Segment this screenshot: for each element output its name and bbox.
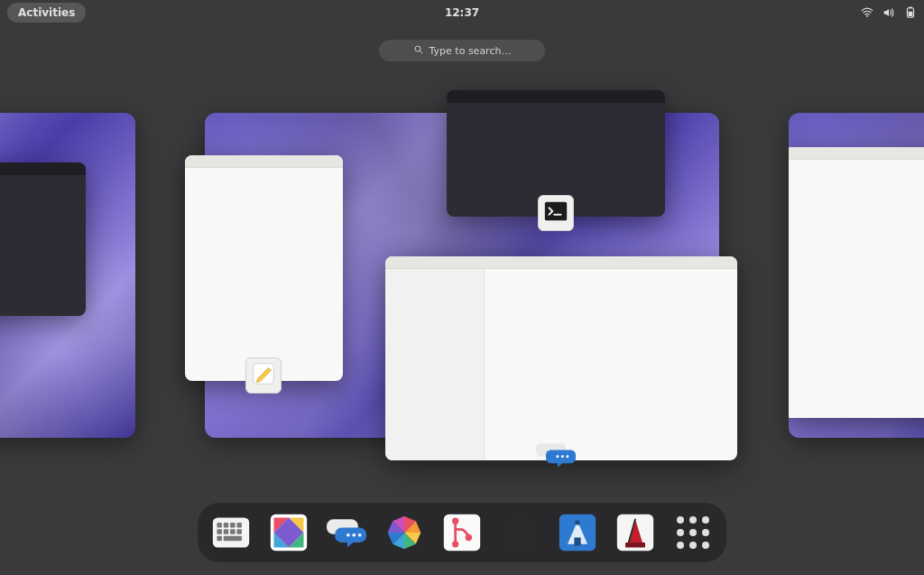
window-preview[interactable] bbox=[0, 162, 86, 316]
svg-point-39 bbox=[452, 518, 458, 524]
dock-app-icon-tool[interactable] bbox=[557, 512, 598, 553]
window-preview[interactable] bbox=[789, 147, 924, 418]
dock-app-tangram[interactable] bbox=[268, 512, 310, 553]
svg-rect-15 bbox=[217, 529, 222, 534]
system-menu[interactable] bbox=[861, 6, 917, 19]
wifi-icon bbox=[861, 6, 873, 19]
svg-point-4 bbox=[415, 46, 420, 51]
svg-rect-12 bbox=[224, 523, 229, 528]
svg-rect-20 bbox=[224, 536, 242, 542]
app-badge-text-editor bbox=[245, 357, 282, 394]
svg-rect-5 bbox=[545, 202, 567, 221]
svg-rect-16 bbox=[224, 529, 229, 534]
svg-point-28 bbox=[352, 533, 356, 537]
svg-rect-18 bbox=[236, 529, 242, 534]
svg-rect-3 bbox=[909, 12, 913, 16]
svg-rect-46 bbox=[625, 543, 645, 548]
search-icon bbox=[413, 44, 424, 58]
search-placeholder: Type to search… bbox=[430, 45, 512, 57]
top-bar: Activities 12:37 bbox=[0, 0, 924, 25]
svg-point-29 bbox=[358, 533, 362, 537]
svg-rect-2 bbox=[909, 7, 912, 9]
svg-rect-38 bbox=[444, 515, 480, 551]
text-editor-icon bbox=[250, 360, 277, 391]
chat-icon bbox=[536, 440, 576, 474]
speaker-icon bbox=[882, 6, 895, 19]
window-titlebar bbox=[385, 256, 737, 269]
dock bbox=[198, 503, 726, 562]
svg-point-7 bbox=[556, 455, 559, 458]
svg-point-43 bbox=[575, 520, 580, 525]
clock-menu[interactable]: 12:37 bbox=[445, 6, 479, 19]
overview-search[interactable]: Type to search… bbox=[379, 40, 545, 61]
window-titlebar bbox=[0, 162, 86, 175]
keyboard-grid-icon bbox=[211, 513, 251, 552]
svg-rect-11 bbox=[217, 523, 222, 528]
svg-point-9 bbox=[566, 455, 568, 458]
terminal-icon bbox=[542, 198, 569, 228]
svg-point-0 bbox=[866, 15, 868, 17]
app-grid-icon bbox=[677, 516, 709, 549]
window-preview-chat[interactable] bbox=[385, 256, 737, 460]
window-preview-text-editor[interactable] bbox=[185, 155, 343, 381]
window-titlebar bbox=[789, 147, 924, 160]
metronome-icon bbox=[615, 513, 655, 552]
svg-rect-17 bbox=[230, 529, 236, 534]
cube-icon bbox=[500, 513, 540, 552]
svg-rect-14 bbox=[236, 523, 242, 528]
window-sidebar bbox=[385, 269, 485, 460]
dock-app-chat[interactable] bbox=[326, 512, 367, 553]
tangram-icon bbox=[269, 513, 309, 552]
window-titlebar bbox=[185, 155, 343, 168]
window-titlebar bbox=[447, 90, 665, 103]
svg-rect-13 bbox=[230, 523, 236, 528]
dock-app-boxes[interactable] bbox=[499, 512, 541, 553]
workspace-thumbnail[interactable] bbox=[0, 113, 135, 438]
dock-app-metronome[interactable] bbox=[614, 512, 656, 553]
activities-button[interactable]: Activities bbox=[7, 3, 86, 23]
svg-point-40 bbox=[452, 541, 458, 547]
svg-point-27 bbox=[346, 533, 350, 537]
chat-icon bbox=[327, 513, 366, 552]
workspace-thumbnail[interactable] bbox=[789, 113, 924, 438]
drafting-icon bbox=[558, 513, 597, 552]
dock-app-keyboard-viewer[interactable] bbox=[210, 512, 252, 553]
svg-point-41 bbox=[466, 534, 472, 541]
svg-rect-19 bbox=[217, 536, 222, 542]
dock-app-color-picker[interactable] bbox=[383, 512, 425, 553]
app-badge-terminal bbox=[538, 195, 574, 231]
dock-show-apps[interactable] bbox=[672, 512, 714, 553]
color-pinwheel-icon bbox=[384, 513, 424, 552]
app-badge-chat bbox=[538, 439, 574, 475]
git-branch-icon bbox=[442, 513, 482, 552]
battery-icon bbox=[904, 6, 917, 19]
svg-point-8 bbox=[561, 455, 564, 458]
dock-app-git-client[interactable] bbox=[441, 512, 483, 553]
svg-rect-44 bbox=[574, 538, 580, 546]
